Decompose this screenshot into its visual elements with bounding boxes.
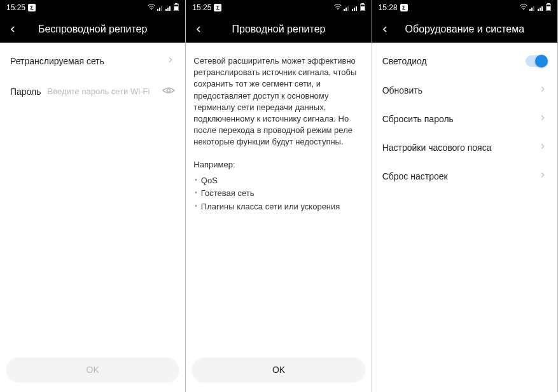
back-button[interactable] bbox=[192, 23, 205, 36]
wifi-icon bbox=[148, 4, 155, 11]
screen-equipment-system: 15:28 Σ Оборудование и система Светодиод… bbox=[372, 0, 558, 392]
svg-rect-15 bbox=[352, 9, 353, 11]
status-bar: 15:25 Σ bbox=[0, 0, 185, 15]
sub-header: Например: bbox=[186, 151, 371, 173]
notification-icon: Σ bbox=[400, 4, 408, 11]
svg-rect-16 bbox=[354, 8, 355, 11]
row-update[interactable]: Обновить bbox=[372, 76, 557, 104]
svg-rect-23 bbox=[531, 8, 533, 11]
battery-icon bbox=[360, 3, 365, 12]
svg-rect-4 bbox=[165, 9, 167, 11]
row-timezone-settings[interactable]: Настройки часового пояса bbox=[372, 133, 557, 162]
chevron-right-icon bbox=[166, 55, 175, 66]
page-title: Оборудование и система bbox=[372, 24, 557, 35]
status-clock: 15:25 bbox=[192, 3, 211, 12]
ok-button[interactable]: OK bbox=[192, 358, 365, 382]
status-bar: 15:25 Σ bbox=[186, 0, 371, 15]
page-title: Проводной репитер bbox=[186, 24, 371, 35]
row-label: Пароль bbox=[10, 87, 41, 97]
row-reset-password[interactable]: Сбросить пароль bbox=[372, 104, 557, 133]
ok-button-label: OK bbox=[87, 365, 99, 375]
notification-icon: Σ bbox=[28, 4, 36, 11]
svg-rect-5 bbox=[167, 8, 169, 11]
page-header: Беспроводной репитер bbox=[0, 15, 185, 43]
back-button[interactable] bbox=[6, 23, 19, 36]
svg-rect-17 bbox=[356, 6, 357, 11]
row-label: Светодиод bbox=[382, 56, 526, 66]
status-clock: 15:28 bbox=[379, 3, 398, 12]
bullet-item: Плагины класса сети или ускорения bbox=[195, 200, 363, 214]
row-label: Ретранслируемая сеть bbox=[10, 56, 166, 66]
row-label: Сбросить пароль bbox=[382, 114, 538, 124]
chevron-right-icon bbox=[538, 142, 547, 153]
back-button[interactable] bbox=[379, 23, 391, 36]
svg-rect-30 bbox=[547, 6, 550, 10]
ok-button[interactable]: OK bbox=[6, 358, 179, 382]
bullet-item: QoS bbox=[195, 174, 363, 188]
wifi-icon bbox=[520, 4, 527, 11]
content-area: Светодиод Обновить Сбросить пароль Настр… bbox=[372, 43, 557, 392]
row-led[interactable]: Светодиод bbox=[372, 46, 557, 76]
row-relayed-network[interactable]: Ретранслируемая сеть bbox=[0, 46, 185, 75]
row-label: Обновить bbox=[382, 85, 538, 95]
status-clock: 15:25 bbox=[6, 3, 25, 12]
svg-rect-1 bbox=[157, 9, 158, 11]
svg-rect-20 bbox=[361, 6, 365, 10]
svg-rect-6 bbox=[169, 6, 171, 11]
led-toggle[interactable] bbox=[526, 55, 547, 67]
page-header: Проводной репитер bbox=[186, 15, 371, 43]
row-factory-reset[interactable]: Сброс настроек bbox=[372, 162, 557, 190]
svg-rect-26 bbox=[540, 8, 541, 11]
description-text: Сетевой расширитель может эффективно рет… bbox=[186, 46, 371, 151]
battery-icon bbox=[174, 3, 179, 12]
page-header: Оборудование и система bbox=[372, 15, 557, 43]
status-icons bbox=[520, 3, 551, 12]
row-label: Настройки часового пояса bbox=[382, 143, 538, 153]
password-placeholder: Введите пароль сети Wi-Fi bbox=[48, 87, 163, 96]
page-title: Беспроводной репитер bbox=[0, 24, 185, 35]
svg-point-21 bbox=[523, 9, 524, 10]
status-bar: 15:28 Σ bbox=[372, 0, 557, 15]
signal-2-icon bbox=[352, 4, 358, 11]
svg-rect-12 bbox=[344, 9, 345, 11]
signal-1-icon bbox=[157, 4, 164, 11]
svg-point-11 bbox=[337, 9, 338, 10]
screen-wireless-repeater: 15:25 Σ Беспроводной репитер Ретранслиру… bbox=[0, 0, 186, 392]
status-icons bbox=[334, 3, 365, 12]
row-password[interactable]: Пароль Введите пароль сети Wi-Fi bbox=[0, 75, 185, 108]
eye-icon[interactable] bbox=[162, 84, 175, 99]
svg-rect-2 bbox=[159, 8, 160, 11]
svg-rect-9 bbox=[174, 6, 178, 10]
ok-button-label: OK bbox=[272, 365, 285, 375]
svg-point-0 bbox=[151, 9, 153, 10]
svg-point-10 bbox=[167, 89, 171, 92]
row-label: Сброс настроек bbox=[382, 171, 538, 181]
chevron-right-icon bbox=[538, 85, 547, 95]
signal-1-icon bbox=[344, 4, 350, 11]
svg-rect-25 bbox=[538, 9, 539, 11]
svg-rect-14 bbox=[347, 6, 349, 11]
content-area: Ретранслируемая сеть Пароль Введите паро… bbox=[0, 43, 185, 392]
chevron-right-icon bbox=[538, 113, 547, 124]
status-icons bbox=[148, 3, 179, 12]
svg-rect-22 bbox=[529, 9, 531, 11]
signal-2-icon bbox=[165, 4, 172, 11]
bullet-item: Гостевая сеть bbox=[195, 187, 363, 200]
svg-rect-13 bbox=[345, 8, 347, 11]
signal-2-icon bbox=[538, 4, 544, 11]
content-area: Сетевой расширитель может эффективно рет… bbox=[186, 43, 371, 392]
battery-icon bbox=[546, 3, 551, 12]
svg-rect-24 bbox=[533, 6, 534, 11]
signal-1-icon bbox=[529, 4, 536, 11]
notification-icon: Σ bbox=[214, 4, 221, 11]
bullet-list: QoS Гостевая сеть Плагины класса сети ил… bbox=[186, 173, 371, 220]
svg-rect-3 bbox=[161, 6, 162, 11]
screen-wired-repeater: 15:25 Σ Проводной репитер Сетевой расшир… bbox=[186, 0, 372, 392]
svg-rect-27 bbox=[541, 6, 543, 11]
wifi-icon bbox=[334, 4, 342, 11]
chevron-right-icon bbox=[538, 171, 547, 181]
